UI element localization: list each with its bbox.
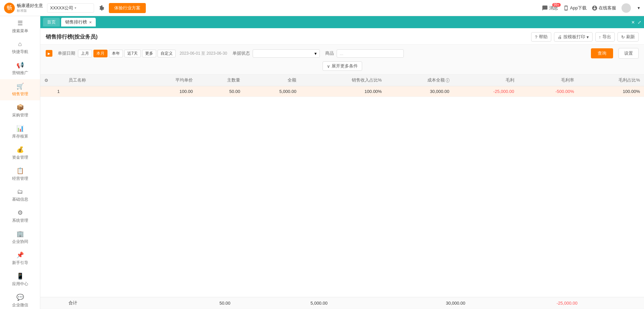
help-icon: ?	[535, 35, 537, 40]
sidebar-item-basic-info[interactable]: 🗂 基础信息	[0, 185, 40, 206]
sidebar-item-inventory[interactable]: 📊 库存核算	[0, 121, 40, 143]
logo-icon: 畅	[4, 3, 15, 13]
tab-close-all-icon[interactable]: ✕	[631, 20, 635, 25]
sidebar-item-purchase[interactable]: 📦 采购管理	[0, 100, 40, 121]
footer-table: 合计 50.00 5,000.00 30,000.00 -25,000.00	[40, 297, 644, 309]
footer-row: 合计 50.00 5,000.00 30,000.00 -25,000.00	[40, 297, 644, 309]
sidebar-item-enterprise-wechat[interactable]: 💬 企业微信	[0, 290, 40, 309]
company-selector[interactable]: XXXXX公司 ▾	[47, 3, 94, 13]
refresh-icon: ↻	[621, 35, 625, 40]
help-button[interactable]: ? 帮助	[531, 32, 551, 42]
inventory-icon: 📊	[16, 125, 24, 132]
sidebar-item-finance[interactable]: 💰 资金管理	[0, 143, 40, 164]
expand-conditions-button[interactable]: ∨ 展开更多条件	[323, 61, 362, 71]
sidebar-item-enterprise-collab[interactable]: 🏢 企业协同	[0, 227, 40, 248]
app-download-button[interactable]: App下载	[563, 5, 587, 11]
sidebar-item-newbie[interactable]: 📌 新手引导	[0, 248, 40, 269]
user-chevron-icon: ▾	[638, 5, 640, 10]
query-button[interactable]: 查询	[591, 48, 613, 58]
col-amount: 全额	[244, 74, 300, 86]
goods-input[interactable]: ...	[337, 49, 404, 58]
col-settings-icon: ⚙	[44, 78, 48, 83]
status-select[interactable]: ▾	[253, 49, 320, 58]
tab-expand-icon[interactable]: ⤢	[638, 20, 641, 25]
app-center-icon: 📱	[16, 272, 24, 280]
settings-button[interactable]: 设置	[618, 48, 639, 59]
footer-gross-pct	[613, 297, 644, 309]
table-header-row: ⚙ 员工名称 平均单价 主数量 全额 销售收入占比% 成本全额 i 毛利 毛利率…	[40, 74, 644, 86]
date-buttons: 上月 本月 本年 近7天 更多 自定义	[78, 50, 176, 57]
table-body: 1 100.00 50.00 5,000.00 100.00% 30,000.0…	[40, 86, 644, 97]
enterprise-collab-icon: 🏢	[16, 230, 24, 238]
app-download-label: App下载	[570, 5, 587, 11]
sidebar-item-marketing[interactable]: 📢 营销推广	[0, 58, 40, 79]
filter-collapse-icon[interactable]: ▶	[46, 50, 52, 57]
date-btn-7days[interactable]: 近7天	[124, 50, 141, 57]
table-container: ⚙ 员工名称 平均单价 主数量 全额 销售收入占比% 成本全额 i 毛利 毛利率…	[40, 74, 644, 297]
page-header: 销售排行榜(按业务员) ? 帮助 🖨 按模板打印 ▾ ↑ 导出	[40, 28, 644, 45]
cell-name	[65, 86, 140, 97]
col-sales-pct: 销售收入占比%	[300, 74, 386, 86]
col-avg-price: 平均单价	[140, 74, 197, 86]
tab-sales-ranking[interactable]: 销售排行榜 ✕	[61, 18, 96, 27]
sidebar: ☰ 搜索菜单 ⌂ 快捷导航 📢 营销推广 🛒 销售管理 📦 采购管理 📊 库存核…	[0, 16, 40, 309]
col-main-qty: 主数量	[197, 74, 244, 86]
operations-icon: 📋	[16, 167, 24, 174]
marketing-icon: 📢	[16, 61, 24, 69]
purchase-icon: 📦	[16, 104, 24, 111]
cell-amount: 5,000.00	[244, 86, 300, 97]
refresh-button[interactable]: ↻ 刷新	[617, 32, 639, 42]
user-avatar[interactable]	[621, 3, 631, 13]
col-gross-pct: 毛利占比%	[578, 74, 644, 86]
tab-close-icon[interactable]: ✕	[89, 20, 92, 24]
tab-home[interactable]: 首页	[43, 18, 60, 27]
footer-cost: 30,000.00	[363, 297, 469, 309]
print-button[interactable]: 🖨 按模板打印 ▾	[554, 32, 593, 42]
filter-area: ▶ 单据日期 上月 本月 本年 近7天 更多 自定义 2023-	[40, 45, 644, 74]
sidebar-item-sales[interactable]: 🛒 销售管理	[0, 79, 40, 100]
filter-row-1: ▶ 单据日期 上月 本月 本年 近7天 更多 自定义 2023-	[46, 48, 639, 59]
footer-sales-pct	[332, 297, 363, 309]
sales-icon: 🛒	[16, 83, 24, 90]
footer-gross: -25,000.00	[469, 297, 582, 309]
col-settings[interactable]: ⚙	[40, 74, 52, 86]
header-actions: ? 帮助 🖨 按模板打印 ▾ ↑ 导出 ↻ 刷新	[531, 32, 639, 42]
footer-avg-price	[130, 297, 161, 309]
cell-main-qty: 50.00	[197, 86, 244, 97]
cell-settings	[40, 86, 52, 97]
date-btn-this-month[interactable]: 本月	[93, 50, 108, 57]
sidebar-item-quick-nav[interactable]: ⌂ 快捷导航	[0, 37, 40, 58]
table-footer: 合计 50.00 5,000.00 30,000.00 -25,000.00	[40, 297, 644, 309]
sidebar-item-system[interactable]: ⚙ 系统管理	[0, 206, 40, 227]
date-btn-this-year[interactable]: 本年	[109, 50, 123, 57]
page-content: 销售排行榜(按业务员) ? 帮助 🖨 按模板打印 ▾ ↑ 导出	[40, 28, 644, 309]
system-icon: ⚙	[17, 209, 23, 216]
status-chevron-icon: ▾	[314, 51, 317, 56]
goods-filter-group: 商品 ...	[325, 49, 404, 58]
logo-line1: 畅康通好生意	[17, 3, 43, 9]
basic-info-icon: 🗂	[17, 188, 23, 195]
print-chevron-icon: ▾	[587, 35, 589, 40]
export-icon: ↑	[599, 35, 601, 40]
sidebar-item-operations[interactable]: 📋 经营管理	[0, 164, 40, 185]
sidebar-item-search[interactable]: ☰ 搜索菜单	[0, 16, 40, 37]
content-area: 首页 销售排行榜 ✕ ✕ ⤢ 销售排行榜(按业务员) ? 帮助	[40, 16, 644, 309]
footer-main-qty: 50.00	[161, 297, 234, 309]
message-button[interactable]: 消息 99+	[542, 5, 558, 11]
cell-cost: 30,000.00	[386, 86, 453, 97]
trial-button[interactable]: 体验行业方案	[109, 3, 146, 13]
date-btn-last-month[interactable]: 上月	[78, 50, 92, 57]
message-badge: 99+	[552, 3, 561, 7]
date-btn-more[interactable]: 更多	[142, 50, 156, 57]
online-service-button[interactable]: 在线客服	[592, 5, 616, 11]
sidebar-item-app-center[interactable]: 📱 应用中心	[0, 269, 40, 290]
user-name-area[interactable]: ▾	[636, 5, 640, 10]
date-btn-custom[interactable]: 自定义	[158, 50, 176, 57]
cell-sales-pct: 100.00%	[300, 86, 386, 97]
date-filter-label: 单据日期	[58, 50, 75, 56]
export-button[interactable]: ↑ 导出	[595, 32, 615, 42]
search-menu-icon: ☰	[17, 19, 23, 27]
goods-filter-label: 商品	[325, 50, 334, 56]
topbar-settings-icon[interactable]	[97, 3, 106, 13]
sales-ranking-table: ⚙ 员工名称 平均单价 主数量 全额 销售收入占比% 成本全额 i 毛利 毛利率…	[40, 74, 644, 97]
